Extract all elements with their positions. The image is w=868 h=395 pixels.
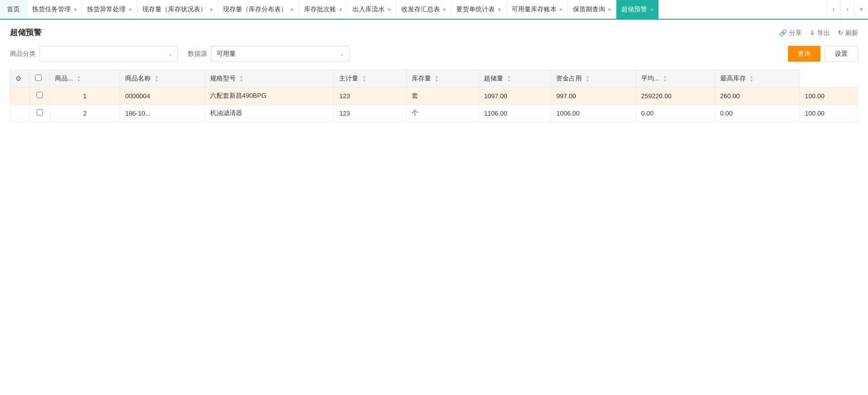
share-icon: 🔗 <box>779 29 787 37</box>
sort-icon: ▲ ▼ <box>239 75 243 83</box>
sort-icon: ▲ ▼ <box>663 75 667 83</box>
nav-prev-button[interactable]: ‹ <box>826 0 840 19</box>
data-source-select[interactable]: 可用量 ⌄ <box>211 46 349 62</box>
sort-icon: ▲ ▼ <box>362 75 366 83</box>
tab-要货单统计表[interactable]: 要货单统计表 × <box>451 0 506 19</box>
tab-出入库流水[interactable]: 出入库流水 × <box>347 0 396 19</box>
row-overstock: 1006.00 <box>551 105 636 122</box>
settings-col-icon[interactable]: ⚙ <box>15 75 22 82</box>
row-unit: 个 <box>406 105 478 122</box>
sort-icon: ▲ ▼ <box>507 75 511 83</box>
settings-button[interactable]: 设置 <box>825 46 858 62</box>
tab-拣货任务管理[interactable]: 拣货任务管理 × <box>27 0 82 19</box>
row-overstock: 997.00 <box>551 87 636 105</box>
nav-home[interactable]: 首页 <box>0 0 27 19</box>
col-spec[interactable]: 规格型号 ▲ ▼ <box>205 70 334 87</box>
row-gear-cell <box>10 105 30 122</box>
tab-close-icon[interactable]: × <box>339 6 342 12</box>
tab-close-icon[interactable]: × <box>210 6 213 12</box>
row-gear-cell <box>10 87 30 105</box>
table-row: 1 0000004 六配套新昌490BPG 123 套 1097.00 997.… <box>10 87 858 105</box>
tab-库存批次账[interactable]: 库存批次账 × <box>299 0 347 19</box>
row-index: 2 <box>50 105 120 122</box>
row-product-name: 六配套新昌490BPG <box>205 87 334 105</box>
page-header: 超储预警 🔗 分享 ⇓ 导出 ↻ 刷新 <box>10 28 858 38</box>
data-source-filter: 数据源 可用量 ⌄ <box>188 46 349 62</box>
data-table: ⚙ 商品... ▲ ▼ 商品名称 ▲ ▼ <box>10 70 858 122</box>
sort-icon: ▲ ▼ <box>434 75 438 83</box>
page-title: 超储预警 <box>10 28 42 38</box>
sort-icon: ▲ ▼ <box>77 75 81 83</box>
row-product-code: 186-10... <box>120 105 205 122</box>
nav-next-button[interactable]: › <box>840 0 854 19</box>
row-product-code: 0000004 <box>120 87 205 105</box>
tab-close-icon[interactable]: × <box>560 6 563 12</box>
product-category-select[interactable]: ⌄ <box>40 46 178 62</box>
product-category-filter: 商品分类 ⌄ <box>10 46 178 62</box>
export-button[interactable]: ⇓ 导出 <box>810 29 830 38</box>
data-source-label: 数据源 <box>188 49 207 58</box>
row-max-stock: 100.00 <box>800 105 858 122</box>
tab-close-icon[interactable]: × <box>608 6 611 12</box>
row-spec: 123 <box>334 105 406 122</box>
col-stock[interactable]: 库存量 ▲ ▼ <box>406 70 478 87</box>
row-capital: 0.00 <box>636 105 715 122</box>
nav-more-button[interactable]: × <box>854 0 868 19</box>
row-checkbox[interactable] <box>37 109 43 116</box>
col-checkbox <box>30 70 50 87</box>
row-stock: 1106.00 <box>479 105 551 122</box>
tab-close-icon[interactable]: × <box>290 6 293 12</box>
tab-close-icon[interactable]: × <box>650 6 653 12</box>
data-source-value: 可用量 <box>217 49 236 58</box>
col-max-stock[interactable]: 最高库存 ▲ ▼ <box>715 70 800 87</box>
refresh-button[interactable]: ↻ 刷新 <box>838 29 858 38</box>
data-source-dropdown-icon: ⌄ <box>340 51 344 57</box>
row-unit: 套 <box>406 87 478 105</box>
filter-row: 商品分类 ⌄ 数据源 可用量 ⌄ 查询 设置 <box>10 46 858 62</box>
col-gear[interactable]: ⚙ <box>10 70 30 87</box>
row-avg: 260.00 <box>715 87 800 105</box>
tab-close-icon[interactable]: × <box>498 6 501 12</box>
export-icon: ⇓ <box>810 29 815 37</box>
row-spec: 123 <box>334 87 406 105</box>
tab-超储预警[interactable]: 超储预警 × <box>616 0 658 19</box>
header-actions: 🔗 分享 ⇓ 导出 ↻ 刷新 <box>779 29 858 38</box>
tab-close-icon[interactable]: × <box>129 6 131 12</box>
filter-actions: 查询 设置 <box>788 46 858 62</box>
sort-icon: ▲ ▼ <box>749 75 753 83</box>
tab-close-icon[interactable]: × <box>74 6 77 12</box>
table-row: 2 186-10... 机油滤清器 123 个 1106.00 1006.00 … <box>10 105 858 122</box>
tab-close-icon[interactable]: × <box>388 6 391 12</box>
tab-可用量库存账本[interactable]: 可用量库存账本 × <box>507 0 568 19</box>
col-unit[interactable]: 主计量 ▲ ▼ <box>334 70 406 87</box>
product-category-dropdown-icon: ⌄ <box>168 51 173 57</box>
refresh-icon: ↻ <box>838 29 843 37</box>
row-checkbox-cell[interactable] <box>30 87 50 105</box>
col-product-name[interactable]: 商品名称 ▲ ▼ <box>120 70 205 87</box>
row-checkbox-cell[interactable] <box>30 105 50 122</box>
row-capital: 259220.00 <box>636 87 715 105</box>
col-capital[interactable]: 资金占用 ▲ ▼ <box>551 70 636 87</box>
row-max-stock: 100.00 <box>800 87 858 105</box>
col-product-code[interactable]: 商品... ▲ ▼ <box>50 70 120 87</box>
row-checkbox[interactable] <box>37 92 43 98</box>
nav-arrows: ‹ › × <box>826 0 868 19</box>
col-avg[interactable]: 平均... ▲ ▼ <box>636 70 715 87</box>
share-button[interactable]: 🔗 分享 <box>779 29 802 38</box>
tab-现存量库存状况表[interactable]: 现存量（库存状况表） × <box>137 0 218 19</box>
select-all-checkbox[interactable] <box>35 75 42 81</box>
table-header-row: ⚙ 商品... ▲ ▼ 商品名称 ▲ ▼ <box>10 70 858 87</box>
sort-icon: ▲ ▼ <box>586 75 590 83</box>
tab-拣货异常处理[interactable]: 拣货异常处理 × <box>82 0 137 19</box>
col-overstock[interactable]: 超储量 ▲ ▼ <box>479 70 551 87</box>
row-avg: 0.00 <box>715 105 800 122</box>
row-product-name: 机油滤清器 <box>205 105 334 122</box>
query-button[interactable]: 查询 <box>788 46 821 62</box>
product-category-label: 商品分类 <box>10 49 36 58</box>
tab-保质期查询[interactable]: 保质期查询 × <box>568 0 616 19</box>
top-nav: 首页 拣货任务管理 × 拣货异常处理 × 现存量（库存状况表） × 现存量（库存… <box>0 0 868 20</box>
tab-close-icon[interactable]: × <box>443 6 446 12</box>
tab-收发存汇总表[interactable]: 收发存汇总表 × <box>396 0 451 19</box>
row-stock: 1097.00 <box>479 87 551 105</box>
tab-现存量库存分布表[interactable]: 现存量（库存分布表） × <box>218 0 299 19</box>
